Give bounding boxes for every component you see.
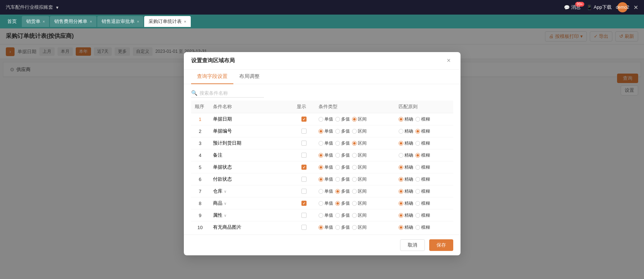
show-checkbox[interactable]: ✓	[297, 117, 311, 122]
top-close-button[interactable]: ✕	[633, 4, 638, 11]
tab-sales-return[interactable]: 销售退款审批单 ×	[97, 16, 143, 27]
radio-type-single[interactable]: 单值	[319, 200, 333, 207]
radio-type-range[interactable]: 区间	[352, 200, 367, 207]
radio-type-range[interactable]: 区间	[352, 152, 367, 158]
radio-type-single[interactable]: 单值	[319, 152, 333, 158]
radio-match-exact[interactable]: 精确	[399, 152, 413, 158]
radio-type-multi[interactable]: 多值	[335, 200, 350, 207]
tab-purchase-stat[interactable]: 采购订单统计表 ×	[144, 16, 190, 27]
row-show[interactable]	[293, 221, 315, 232]
row-order: 10	[191, 221, 209, 232]
cancel-button[interactable]: 取消	[400, 239, 425, 251]
tab-close-sales-expense[interactable]: ×	[90, 19, 92, 24]
row-show[interactable]	[293, 149, 315, 161]
radio-type-range[interactable]: 区间	[352, 116, 367, 122]
row-show[interactable]: ✓	[293, 161, 315, 173]
radio-type-multi[interactable]: 多值	[335, 116, 350, 122]
row-name: 单据编号	[209, 125, 293, 137]
radio-match-exact[interactable]: 精确	[399, 116, 413, 122]
radio-match-exact[interactable]: 精确	[399, 128, 413, 134]
radio-match-exact[interactable]: 精确	[399, 212, 413, 219]
modal-tab-layout-adjust[interactable]: 布局调整	[233, 70, 265, 84]
user-avatar[interactable]: demo2	[617, 2, 628, 12]
row-show[interactable]: ✓	[293, 113, 315, 125]
save-button[interactable]: 保存	[429, 239, 453, 251]
radio-type-range[interactable]: 区间	[352, 224, 367, 231]
radio-match-fuzzy[interactable]: 模糊	[415, 224, 430, 231]
radio-type-single[interactable]: 单值	[319, 128, 333, 134]
radio-type-range[interactable]: 区间	[352, 140, 367, 146]
radio-type-range[interactable]: 区间	[352, 212, 367, 219]
show-checkbox[interactable]: ✓	[297, 201, 311, 206]
radio-type-multi[interactable]: 多值	[335, 212, 350, 219]
row-show[interactable]	[293, 185, 315, 197]
radio-match-fuzzy[interactable]: 模糊	[415, 116, 430, 122]
radio-match-fuzzy[interactable]: 模糊	[415, 164, 430, 170]
col-header-name: 条件名称	[209, 101, 293, 113]
radio-match-fuzzy[interactable]: 模糊	[415, 176, 430, 182]
radio-type-single[interactable]: 单值	[319, 212, 333, 219]
radio-type-range[interactable]: 区间	[352, 188, 367, 194]
show-checkbox[interactable]	[297, 189, 311, 194]
radio-type-multi[interactable]: 多值	[335, 164, 350, 170]
show-checkbox[interactable]	[297, 213, 311, 218]
radio-type-multi[interactable]: 多值	[335, 176, 350, 182]
row-show[interactable]: ✓	[293, 197, 315, 209]
radio-type-range[interactable]: 区间	[352, 128, 367, 134]
radio-match-fuzzy[interactable]: 模糊	[415, 188, 430, 194]
radio-type-multi[interactable]: 多值	[335, 140, 350, 146]
radio-match-fuzzy[interactable]: 模糊	[415, 212, 430, 219]
modal-tab-field-settings[interactable]: 查询字段设置	[191, 70, 233, 84]
radio-type-multi[interactable]: 多值	[335, 224, 350, 231]
radio-match-fuzzy[interactable]: 模糊	[415, 152, 430, 158]
tab-close-sales-order[interactable]: ×	[43, 19, 45, 24]
radio-type-multi[interactable]: 多值	[335, 188, 350, 194]
radio-match-exact[interactable]: 精确	[399, 200, 413, 207]
radio-type-range[interactable]: 区间	[352, 164, 367, 170]
show-checkbox[interactable]	[297, 129, 311, 134]
row-show[interactable]	[293, 173, 315, 185]
app-download-label: App下载	[594, 4, 612, 11]
tab-close-sales-return[interactable]: ×	[137, 19, 139, 24]
radio-match-fuzzy[interactable]: 模糊	[415, 140, 430, 146]
tab-bar: 首页 销货单 × 销售费用分摊单 × 销售退款审批单 × 采购订单统计表 ×	[0, 15, 644, 28]
show-checkbox[interactable]: ✓	[297, 165, 311, 170]
radio-type-multi[interactable]: 多值	[335, 152, 350, 158]
radio-type-single[interactable]: 单值	[319, 140, 333, 146]
show-checkbox[interactable]	[297, 177, 311, 182]
row-name: 单据日期	[209, 113, 293, 125]
radio-type-single[interactable]: 单值	[319, 176, 333, 182]
radio-match-exact[interactable]: 精确	[399, 224, 413, 231]
radio-match-exact[interactable]: 精确	[399, 176, 413, 182]
radio-type-single[interactable]: 单值	[319, 224, 333, 231]
row-show[interactable]	[293, 125, 315, 137]
table-row: 1单据日期✓单值多值区间精确模糊	[191, 113, 453, 125]
search-input[interactable]	[199, 90, 258, 96]
app-download-button[interactable]: 📱 App下载	[586, 4, 612, 11]
show-checkbox[interactable]	[297, 225, 311, 230]
modal-close-button[interactable]: ×	[445, 56, 453, 65]
radio-type-single[interactable]: 单值	[319, 164, 333, 170]
radio-type-range[interactable]: 区间	[352, 176, 367, 182]
show-checkbox[interactable]	[297, 153, 311, 158]
tab-home[interactable]: 首页	[3, 16, 21, 27]
tab-sales-order[interactable]: 销货单 ×	[22, 16, 49, 27]
tab-close-purchase-stat[interactable]: ×	[184, 19, 186, 24]
radio-match-exact[interactable]: 精确	[399, 188, 413, 194]
app-dropdown-icon[interactable]: ▾	[56, 5, 59, 10]
messages-button[interactable]: 💬 消息 99+	[564, 4, 581, 11]
radio-match-fuzzy[interactable]: 模糊	[415, 128, 430, 134]
row-show[interactable]	[293, 209, 315, 221]
row-show[interactable]	[293, 137, 315, 149]
radio-match-exact[interactable]: 精确	[399, 164, 413, 170]
radio-type-single[interactable]: 单值	[319, 116, 333, 122]
radio-match-exact[interactable]: 精确	[399, 140, 413, 146]
radio-match-fuzzy[interactable]: 模糊	[415, 200, 430, 207]
radio-type-single[interactable]: 单值	[319, 188, 333, 194]
row-type: 单值多值区间	[315, 185, 395, 197]
tab-sales-expense[interactable]: 销售费用分摊单 ×	[50, 16, 96, 27]
row-type: 单值多值区间	[315, 221, 395, 232]
modal-footer: 取消 保存	[184, 235, 461, 255]
show-checkbox[interactable]	[297, 141, 311, 146]
radio-type-multi[interactable]: 多值	[335, 128, 350, 134]
